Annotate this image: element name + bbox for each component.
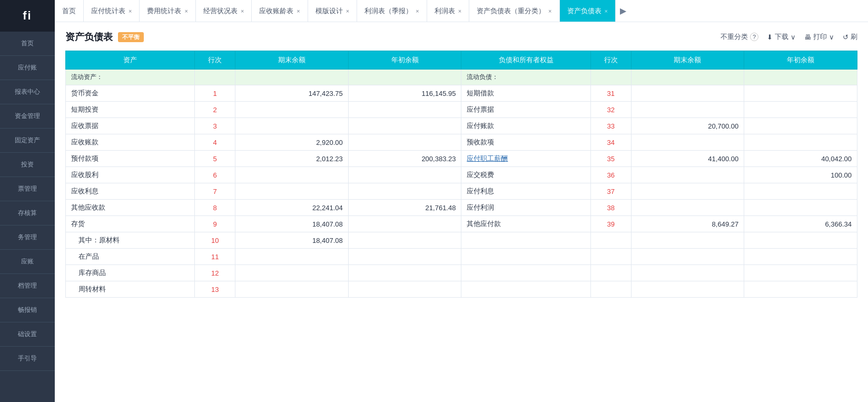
print-label: 打印 [813, 32, 827, 42]
row-num-cell: 1 [195, 85, 235, 102]
sidebar: fi 首页 应付账 报表中心 资金管理 固定资产 投资 票管理 存核算 务管理 … [0, 0, 55, 402]
tab-ar-age-close[interactable]: × [297, 8, 300, 14]
year-start-cell [348, 216, 461, 232]
tab-profit-label: 利润表 [435, 6, 455, 16]
sidebar-item-payable[interactable]: 应付账 [0, 56, 55, 80]
sidebar-item-stock-calc[interactable]: 存核算 [0, 201, 55, 225]
tab-ap-stat-label: 应付统计表 [91, 6, 125, 16]
tab-ap-stat-close[interactable]: × [129, 8, 132, 14]
liab-end-cell [631, 134, 744, 151]
row-num-cell: 2 [195, 102, 235, 118]
asset-name-cell[interactable]: 预付款项 [66, 151, 195, 167]
year-start-cell [348, 102, 461, 118]
liab-year-cell: 40,042.00 [744, 151, 857, 167]
table-section-row: 流动资产： 流动负债： [66, 70, 857, 85]
year-start-cell [348, 167, 461, 183]
row-num-cell: 3 [195, 118, 235, 134]
sidebar-item-fund-mgmt[interactable]: 资金管理 [0, 104, 55, 129]
end-balance-cell [235, 281, 349, 298]
end-balance-cell: 22,241.04 [235, 200, 349, 216]
asset-name-cell[interactable]: 应收账款 [66, 134, 195, 151]
asset-name-cell[interactable]: 在产品 [66, 249, 195, 265]
row-num-cell: 5 [195, 151, 235, 167]
tab-bs-close[interactable]: × [605, 8, 608, 14]
asset-name-cell[interactable]: 其他应收款 [66, 200, 195, 216]
sidebar-item-expense[interactable]: 畅报销 [0, 298, 55, 322]
sidebar-item-report-center[interactable]: 报表中心 [0, 80, 55, 104]
liab-end-cell [631, 281, 744, 298]
liab-name-cell[interactable]: 短期借款 [461, 85, 590, 102]
sidebar-item-guide[interactable]: 手引导 [0, 347, 55, 371]
asset-name-cell[interactable]: 其中：原材料 [66, 232, 195, 249]
tab-biz-status[interactable]: 经营状况表 × [196, 0, 252, 22]
tab-profit-q-close[interactable]: × [416, 8, 419, 14]
liab-name-cell[interactable]: 应付职工薪酬 [461, 151, 590, 167]
liab-name-cell [461, 281, 590, 298]
liab-name-cell [461, 249, 590, 265]
report-table: 资产 行次 期末余额 年初余额 负债和所有者权益 行次 期末余额 年初余额 流动… [65, 51, 857, 298]
tab-profit-q[interactable]: 利润表（季报） × [357, 0, 427, 22]
refresh-button[interactable]: ↺ 刷 [843, 32, 857, 42]
tab-ar-age[interactable]: 应收账龄表 × [252, 0, 308, 22]
liab-name-cell[interactable]: 应付票据 [461, 102, 590, 118]
liab-name-cell[interactable]: 应付利润 [461, 200, 590, 216]
unbalanced-badge: 不平衡 [118, 32, 144, 42]
tab-template[interactable]: 模版设计 × [308, 0, 357, 22]
header-liab-year: 年初余额 [744, 51, 857, 70]
sidebar-item-ar[interactable]: 应账 [0, 250, 55, 274]
liab-name-cell[interactable]: 其他应付款 [461, 216, 590, 232]
table-row: 预付款项 5 2,012.23 200,383.23 应付职工薪酬 35 41,… [66, 151, 857, 167]
asset-name-cell[interactable]: 存货 [66, 216, 195, 232]
liab-row-cell: 32 [590, 102, 631, 118]
tab-profit-close[interactable]: × [458, 8, 461, 14]
header-liab-row: 行次 [590, 51, 631, 70]
tab-bs-reclass[interactable]: 资产负债表（重分类） × [469, 0, 559, 22]
tab-nav-arrow[interactable]: ▶ [616, 6, 630, 16]
table-row: 应收票据 3 应付账款 33 20,700.00 [66, 118, 857, 134]
classification-selector[interactable]: 不重分类 ? [721, 32, 758, 42]
liab-name-cell[interactable]: 应付账款 [461, 118, 590, 134]
asset-name-cell[interactable]: 应收利息 [66, 183, 195, 200]
tab-template-close[interactable]: × [346, 8, 349, 14]
asset-name-cell[interactable]: 应收股利 [66, 167, 195, 183]
header-row-num: 行次 [195, 51, 235, 70]
asset-name-cell[interactable]: 短期投资 [66, 102, 195, 118]
sidebar-item-home[interactable]: 首页 [0, 32, 55, 56]
liab-row-cell [590, 265, 631, 281]
print-button[interactable]: 🖶 打印 ∨ [804, 32, 834, 42]
liab-name-cell[interactable]: 应交税费 [461, 167, 590, 183]
liab-name-cell[interactable]: 应付利息 [461, 183, 590, 200]
sidebar-item-investment[interactable]: 投资 [0, 153, 55, 177]
tab-home[interactable]: 首页 [55, 0, 84, 22]
tab-bs-reclass-close[interactable]: × [548, 8, 551, 14]
sidebar-item-doc-mgmt[interactable]: 档管理 [0, 274, 55, 298]
sidebar-item-biz-mgmt[interactable]: 务管理 [0, 225, 55, 250]
tab-ap-stat[interactable]: 应付统计表 × [84, 0, 140, 22]
download-button[interactable]: ⬇ 下载 ∨ [767, 32, 796, 42]
help-icon[interactable]: ? [750, 33, 758, 41]
liab-year-cell [744, 200, 857, 216]
tab-expense-stat-close[interactable]: × [184, 8, 188, 14]
asset-name-cell[interactable]: 货币资金 [66, 85, 195, 102]
asset-name-cell[interactable]: 库存商品 [66, 265, 195, 281]
liab-name-cell[interactable]: 预收款项 [461, 134, 590, 151]
tab-ar-age-label: 应收账龄表 [259, 6, 293, 16]
sidebar-logo: fi [0, 0, 55, 32]
tab-bar: 首页 应付统计表 × 费用统计表 × 经营状况表 × 应收账龄表 × 模版设计 … [55, 0, 868, 22]
tab-bs[interactable]: 资产负债表 × [560, 0, 616, 22]
tab-biz-status-close[interactable]: × [241, 8, 244, 14]
sidebar-item-fixed-assets[interactable]: 固定资产 [0, 129, 55, 153]
asset-name-cell[interactable]: 周转材料 [66, 281, 195, 298]
liab-end-cell [631, 167, 744, 183]
liab-year-cell: 100.00 [744, 167, 857, 183]
tab-expense-stat[interactable]: 费用统计表 × [140, 0, 195, 22]
sidebar-item-ticket-mgmt[interactable]: 票管理 [0, 177, 55, 201]
liab-row-cell: 33 [590, 118, 631, 134]
year-start-cell [348, 232, 461, 249]
liab-row-cell: 35 [590, 151, 631, 167]
sidebar-item-basic-settings[interactable]: 础设置 [0, 322, 55, 347]
row-num-cell: 6 [195, 167, 235, 183]
header-actions: 不重分类 ? ⬇ 下载 ∨ 🖶 打印 ∨ ↺ 刷 [721, 32, 857, 42]
asset-name-cell[interactable]: 应收票据 [66, 118, 195, 134]
tab-profit[interactable]: 利润表 × [427, 0, 469, 22]
